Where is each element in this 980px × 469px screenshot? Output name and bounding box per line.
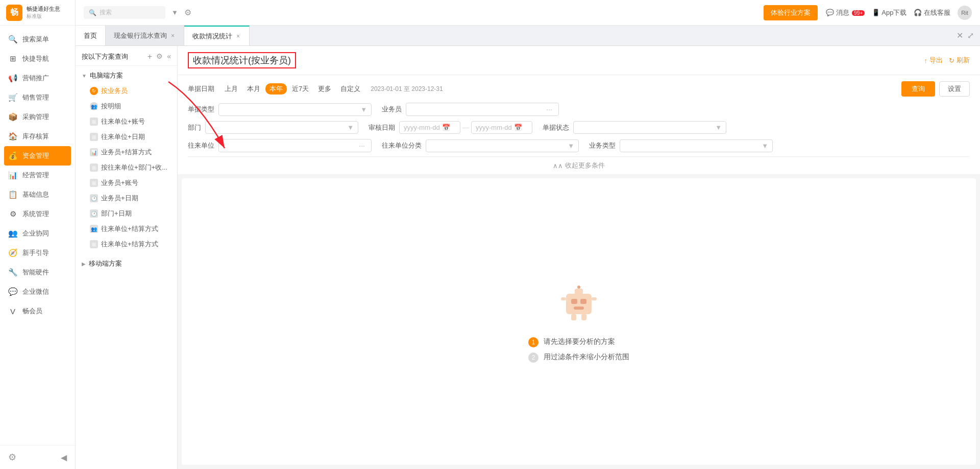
step-2-num: 2	[528, 353, 538, 363]
sidebar-item-finance[interactable]: 💰 资金管理	[4, 146, 71, 166]
sidebar-item-marketing[interactable]: 📢 营销推广	[0, 68, 75, 88]
sidebar-item-quick-nav[interactable]: ⊞ 快捷导航	[0, 49, 75, 68]
date-tab-this-month[interactable]: 本月	[243, 83, 264, 95]
tab-collection-stat-close[interactable]: ×	[235, 33, 241, 40]
topbar: 🔍 搜索 ▼ ⚙ 体验行业方案 💬 消息 99+ 📱 App下载 🎧 在线客服	[76, 0, 980, 26]
salesperson-select[interactable]: ···	[406, 103, 559, 116]
topbar-gear-icon[interactable]: ⚙	[184, 8, 191, 17]
topbar-search-box[interactable]: 🔍 搜索	[84, 6, 165, 19]
sidebar-item-enterprise[interactable]: 👥 企业协同	[0, 224, 75, 243]
dept-select[interactable]: ▼	[205, 121, 358, 134]
sidebar-item-wechat[interactable]: 💬 企业微信	[0, 282, 75, 301]
scheme-item-ss-icon: 📊	[90, 148, 98, 156]
sidebar-item-purchase[interactable]: 📦 采购管理	[0, 107, 75, 127]
messages-badge: 99+	[852, 10, 865, 16]
scheme-add-icon[interactable]: +	[148, 52, 152, 61]
tab-home[interactable]: 首页	[76, 26, 106, 45]
scheme-desktop-label: 电脑端方案	[90, 71, 123, 80]
tab-bank-flow-close[interactable]: ×	[170, 32, 176, 39]
sidebar-settings-icon[interactable]: ⚙	[8, 452, 16, 463]
scheme-item-cs2[interactable]: ⊞ 往来单位+结算方式	[76, 237, 177, 252]
counterpart-category-select[interactable]: ▼	[426, 139, 579, 152]
scheme-group-mobile-title[interactable]: ▶ 移动端方案	[76, 256, 177, 271]
export-button[interactable]: ↑ 导出	[924, 56, 943, 65]
svg-rect-8	[571, 314, 576, 320]
tab-collection-stat[interactable]: 收款情况统计 ×	[184, 26, 250, 45]
scheme-panel-header: 按以下方案查询 + ⚙ «	[76, 46, 177, 66]
sidebar-item-search[interactable]: 🔍 搜索菜单	[0, 30, 75, 49]
search-icon: 🔍	[8, 35, 17, 44]
sidebar-item-system[interactable]: ⚙ 系统管理	[0, 204, 75, 224]
svg-rect-7	[592, 297, 597, 300]
sidebar-label-basic-info: 基础信息	[22, 190, 49, 199]
date-tab-more[interactable]: 更多	[314, 83, 335, 95]
svg-point-5	[577, 286, 580, 289]
sidebar-label-operation: 经营管理	[22, 171, 49, 180]
scheme-item-by-salesperson[interactable]: ↻ 按业务员	[76, 83, 177, 99]
scheme-item-salesperson-date[interactable]: 🕐 业务员+日期	[76, 191, 177, 206]
filter-row2: 单据类型 ▼ 业务员 ···	[188, 103, 970, 116]
scheme-item-salesperson-account[interactable]: ⊞ 业务员+账号	[76, 175, 177, 191]
tab-close-all-button[interactable]: ✕	[957, 31, 963, 40]
sidebar-item-operation[interactable]: 📊 经营管理	[0, 166, 75, 185]
sidebar-bottom: ⚙ ◀	[0, 445, 75, 469]
online-service-button[interactable]: 🎧 在线客服	[914, 8, 950, 17]
scheme-item-cs1[interactable]: 👥 往来单位+结算方式	[76, 221, 177, 237]
collapse-label: 收起更多条件	[565, 161, 605, 170]
sidebar-item-warehouse[interactable]: 🏠 库存核算	[0, 127, 75, 146]
query-button[interactable]: 查询	[901, 81, 935, 97]
empty-state: 1 请先选择要分析的方案 2 用过滤条件来缩小分析范围	[182, 178, 976, 465]
settings-button[interactable]: 设置	[939, 81, 970, 97]
topbar-dropdown-icon[interactable]: ▼	[172, 9, 178, 16]
date-tab-this-year[interactable]: 本年	[265, 83, 287, 95]
app-download-label: App下载	[881, 9, 906, 16]
messages-button[interactable]: 💬 消息 99+	[826, 8, 865, 17]
sidebar-item-guide[interactable]: 🧭 新手引导	[0, 243, 75, 263]
review-date-start-input[interactable]: yyyy-mm-dd 📅	[399, 121, 460, 134]
scheme-item-counterpart-date[interactable]: ⊞ 往来单位+日期	[76, 129, 177, 145]
voucher-type-select[interactable]: ▼	[218, 103, 372, 116]
sidebar-collapse-icon[interactable]: ◀	[61, 453, 67, 462]
sidebar-label-finance: 资金管理	[22, 151, 49, 160]
scheme-item-counterpart-dept[interactable]: ⊞ 按往来单位+部门+收...	[76, 160, 177, 175]
page-actions: ↑ 导出 ↻ 刷新	[924, 56, 970, 65]
page-header: 收款情况统计(按业务员) ↑ 导出 ↻ 刷新	[178, 46, 980, 75]
scheme-settings-icon[interactable]: ⚙	[156, 52, 163, 61]
sidebar-item-hardware[interactable]: 🔧 智能硬件	[0, 263, 75, 282]
salesperson-filter: 业务员 ···	[382, 103, 559, 116]
date-tab-last-7[interactable]: 近7天	[288, 83, 313, 95]
refresh-button[interactable]: ↻ 刷新	[949, 56, 970, 65]
scheme-item-dd-label: 部门+日期	[101, 209, 132, 218]
user-avatar[interactable]: Rit	[958, 6, 972, 20]
scheme-item-counterpart-account[interactable]: ⊞ 往来单位+账号	[76, 114, 177, 129]
vip-icon: V	[8, 307, 17, 316]
scheme-item-by-detail[interactable]: 👥 按明细	[76, 99, 177, 114]
tab-bank-flow[interactable]: 现金银行流水查询 ×	[106, 26, 184, 45]
scheme-item-dept-date[interactable]: 🕐 部门+日期	[76, 206, 177, 221]
scheme-group-desktop-title[interactable]: ▼ 电脑端方案	[76, 68, 177, 83]
review-date-end-input[interactable]: yyyy-mm-dd 📅	[471, 121, 532, 134]
sidebar-item-vip[interactable]: V 畅会员	[0, 301, 75, 321]
date-tab-custom[interactable]: 自定义	[336, 83, 364, 95]
calendar-end-icon: 📅	[514, 124, 522, 131]
logo-icon: 畅	[6, 5, 22, 21]
scheme-item-salesperson-settlement[interactable]: 📊 业务员+结算方式	[76, 145, 177, 160]
counterpart-select[interactable]: ···	[218, 139, 372, 152]
business-type-select[interactable]: ▼	[620, 139, 773, 152]
counterpart-more-icon[interactable]: ···	[357, 142, 367, 150]
app-download-button[interactable]: 📱 App下载	[872, 8, 906, 17]
sidebar-item-basic-info[interactable]: 📋 基础信息	[0, 185, 75, 204]
logo-area: 畅 畅捷通好生意 标准版	[0, 0, 75, 26]
sidebar-label-marketing: 营销推广	[22, 74, 49, 83]
scheme-group-desktop: ▼ 电脑端方案 ↻ 按业务员 👥 按明细 ⊞ 往来单位+账号 ⊞	[76, 66, 177, 254]
sidebar-item-sales[interactable]: 🛒 销售管理	[0, 88, 75, 107]
salesperson-more-icon[interactable]: ···	[544, 105, 554, 113]
collapse-bar[interactable]: ∧∧ 收起更多条件	[188, 156, 970, 174]
scheme-collapse-icon[interactable]: «	[167, 52, 171, 61]
date-tab-last-month[interactable]: 上月	[220, 83, 242, 95]
sidebar-label-warehouse: 库存核算	[22, 132, 49, 141]
tab-expand-button[interactable]: ⤢	[967, 31, 974, 40]
voucher-status-select[interactable]: ▼	[573, 121, 726, 134]
trial-button[interactable]: 体验行业方案	[764, 5, 818, 20]
date-range-display: 2023-01-01 至 2023-12-31	[371, 85, 443, 93]
